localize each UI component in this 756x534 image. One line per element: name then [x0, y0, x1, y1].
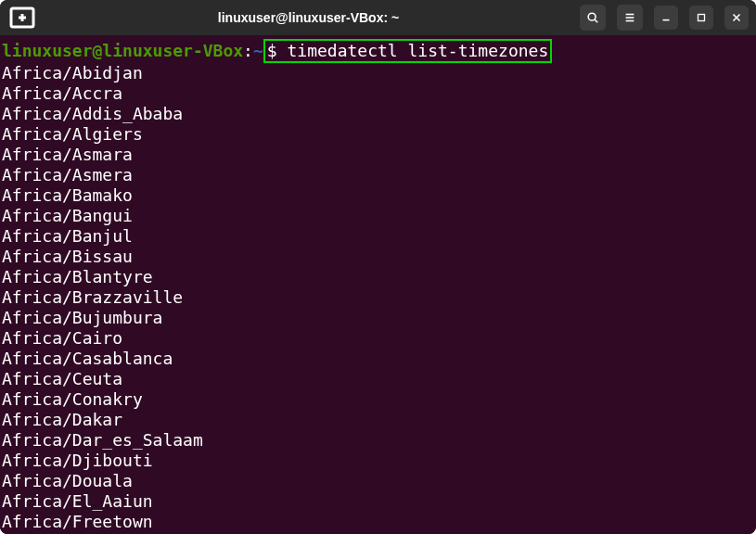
output-line: Africa/Accra	[2, 83, 754, 104]
command-text: timedatectl list-timezones	[287, 41, 548, 60]
titlebar-controls	[580, 5, 749, 31]
new-tab-icon	[7, 3, 37, 32]
output-line: Africa/Djibouti	[2, 451, 754, 471]
minimize-button[interactable]	[654, 6, 678, 30]
output-line: Africa/Dakar	[2, 410, 754, 430]
output-line: Africa/Asmara	[2, 145, 754, 165]
search-button[interactable]	[580, 5, 606, 31]
search-icon	[586, 11, 599, 24]
terminal-window: linuxuser@linuxuser-VBox: ~	[0, 0, 756, 534]
output-line: Africa/Freetown	[2, 512, 754, 532]
output-line: Africa/Cairo	[2, 328, 754, 349]
output-line: Africa/Bissau	[2, 247, 754, 267]
output-line: Africa/Conakry	[2, 389, 754, 410]
maximize-icon	[695, 11, 708, 24]
output-line: Africa/Addis_Ababa	[2, 104, 754, 124]
prompt-colon: :	[243, 41, 253, 60]
terminal-body[interactable]: linuxuser@linuxuser-VBox:~$ timedatectl …	[0, 35, 756, 534]
command-highlight: $ timedatectl list-timezones	[263, 39, 552, 63]
svg-point-3	[588, 13, 596, 20]
output-line: Africa/Algiers	[2, 124, 754, 145]
prompt-path: ~	[253, 41, 263, 60]
output-line: Africa/Casablanca	[2, 349, 754, 369]
output-line: Africa/Asmera	[2, 165, 754, 185]
output-line: Africa/Bamako	[2, 185, 754, 206]
output-container: Africa/AbidjanAfrica/AccraAfrica/Addis_A…	[2, 63, 754, 532]
prompt-dollar: $	[267, 41, 288, 60]
svg-rect-9	[698, 15, 705, 21]
output-line: Africa/Abidjan	[2, 63, 754, 83]
menu-icon	[623, 11, 636, 24]
svg-line-4	[595, 19, 597, 22]
new-tab-button[interactable]	[7, 5, 37, 31]
output-line: Africa/Dar_es_Salaam	[2, 430, 754, 451]
output-line: Africa/Blantyre	[2, 267, 754, 287]
minimize-icon	[660, 11, 673, 24]
maximize-button[interactable]	[689, 6, 713, 30]
output-line: Africa/Ceuta	[2, 369, 754, 389]
menu-button[interactable]	[617, 5, 643, 31]
titlebar: linuxuser@linuxuser-VBox: ~	[0, 0, 756, 35]
close-icon	[730, 11, 743, 24]
window-title: linuxuser@linuxuser-VBox: ~	[45, 10, 572, 25]
close-button[interactable]	[724, 6, 749, 30]
output-line: Africa/Douala	[2, 471, 754, 491]
prompt-user-host: linuxuser@linuxuser-VBox	[2, 41, 243, 60]
output-line: Africa/Bangui	[2, 206, 754, 226]
prompt-line: linuxuser@linuxuser-VBox:~$ timedatectl …	[2, 39, 754, 63]
output-line: Africa/Brazzaville	[2, 287, 754, 308]
output-line: Africa/El_Aaiun	[2, 491, 754, 512]
output-line: Africa/Banjul	[2, 226, 754, 247]
output-line: Africa/Bujumbura	[2, 308, 754, 328]
